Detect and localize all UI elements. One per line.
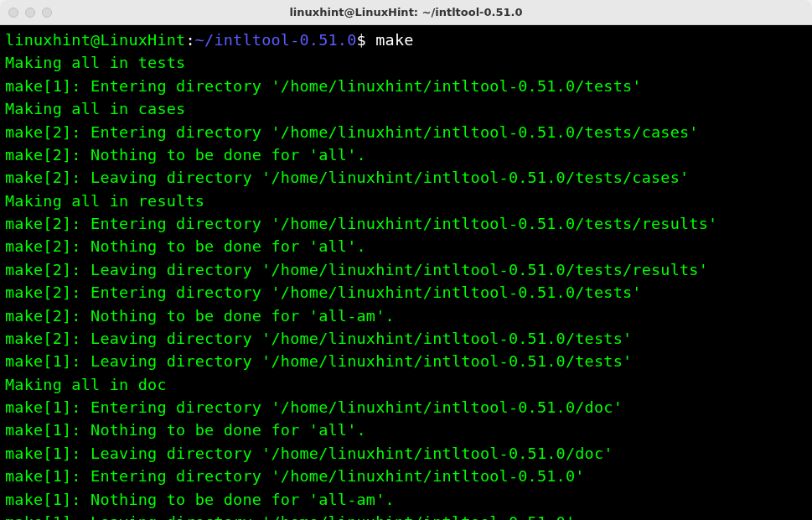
prompt-user-host: linuxhint@LinuxHint bbox=[5, 31, 185, 49]
output-line: make[2]: Entering directory '/home/linux… bbox=[5, 121, 807, 143]
output-line: make[2]: Leaving directory '/home/linuxh… bbox=[5, 327, 807, 350]
terminal-window: linuxhint@LinuxHint: ~/intltool-0.51.0 l… bbox=[0, 0, 812, 520]
prompt-path: ~/intltool-0.51.0 bbox=[195, 31, 357, 49]
output-line: Making all in doc bbox=[5, 373, 807, 396]
output-line: make[2]: Nothing to be done for 'all-am'… bbox=[5, 304, 807, 327]
output-line: Making all in results bbox=[5, 190, 807, 212]
maximize-icon[interactable] bbox=[42, 8, 52, 18]
window-controls bbox=[0, 8, 52, 18]
output-line: make[1]: Leaving directory '/home/linuxh… bbox=[5, 442, 807, 465]
output-line: make[1]: Entering directory '/home/linux… bbox=[5, 75, 807, 97]
output-line: make[2]: Nothing to be done for 'all'. bbox=[5, 143, 807, 166]
close-icon[interactable] bbox=[8, 8, 18, 18]
output-line: Making all in cases bbox=[5, 97, 807, 120]
prompt-colon: : bbox=[185, 31, 194, 49]
output-line: make[2]: Entering directory '/home/linux… bbox=[5, 281, 807, 304]
output-container: Making all in testsmake[1]: Entering dir… bbox=[5, 51, 807, 520]
prompt-line: linuxhint@LinuxHint:~/intltool-0.51.0$ m… bbox=[5, 29, 807, 51]
output-line: make[1]: Nothing to be done for 'all'. bbox=[5, 419, 807, 441]
output-line: make[2]: Nothing to be done for 'all'. bbox=[5, 235, 807, 257]
output-line: make[1]: Entering directory '/home/linux… bbox=[5, 396, 807, 419]
output-line: make[2]: Leaving directory '/home/linuxh… bbox=[5, 166, 807, 189]
output-line: make[1]: Leaving directory '/home/linuxh… bbox=[5, 350, 807, 372]
output-line: make[2]: Leaving directory '/home/linuxh… bbox=[5, 258, 807, 281]
prompt-dollar: $ bbox=[357, 31, 376, 49]
output-line: make[2]: Entering directory '/home/linux… bbox=[5, 212, 807, 235]
terminal-body[interactable]: linuxhint@LinuxHint:~/intltool-0.51.0$ m… bbox=[0, 25, 812, 520]
minimize-icon[interactable] bbox=[25, 8, 35, 18]
command-text: make bbox=[375, 31, 413, 49]
titlebar: linuxhint@LinuxHint: ~/intltool-0.51.0 bbox=[0, 0, 812, 25]
output-line: make[1]: Nothing to be done for 'all-am'… bbox=[5, 488, 807, 511]
output-line: make[1]: Leaving directory '/home/linuxh… bbox=[5, 511, 807, 520]
window-title: linuxhint@LinuxHint: ~/intltool-0.51.0 bbox=[289, 6, 522, 18]
output-line: make[1]: Entering directory '/home/linux… bbox=[5, 465, 807, 487]
output-line: Making all in tests bbox=[5, 51, 807, 74]
